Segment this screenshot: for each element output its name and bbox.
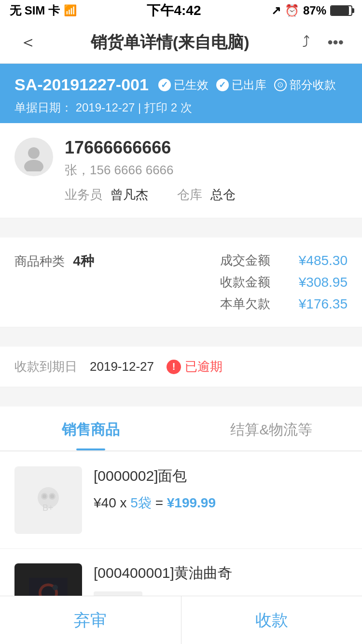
avatar <box>14 138 53 176</box>
qty-1: 5袋 <box>130 495 152 510</box>
list-item: B+ [0000002]面包 ¥40 x 5袋 = ¥199.99 <box>0 452 362 549</box>
warehouse-value: 总仓 <box>210 187 236 202</box>
tab-sales-label: 销售商品 <box>62 421 120 437</box>
page-title: 销货单详情(来自电脑) <box>91 31 250 54</box>
received-label: 收款金额 <box>220 274 270 291</box>
alarm-icon: ⏰ <box>285 4 299 17</box>
due-label: 收款到期日 <box>14 358 77 375</box>
abandon-button[interactable]: 弃审 <box>0 596 181 644</box>
received-amount-row: 收款金额 ¥308.95 <box>220 274 348 291</box>
bottom-bar: 弃审 收款 <box>0 596 362 644</box>
due-date: 2019-12-27 <box>90 359 154 374</box>
check-icon-1: ✓ <box>158 79 171 91</box>
status-bar: 无 SIM 卡 📶 下午4:42 ↗ ⏰ 87% <box>0 0 362 21</box>
carrier-label: 无 SIM 卡 <box>10 3 60 18</box>
sales-info: 业务员 曾凡杰 <box>65 186 148 203</box>
order-date-info: 单据日期： 2019-12-27 | 打印 2 次 <box>14 100 348 115</box>
badge-shipped-label: 已出库 <box>232 77 266 93</box>
wifi-icon: 📶 <box>64 4 77 17</box>
badge-shipped: ✓ 已出库 <box>216 77 266 93</box>
badge-partial: ⊙ 部分收款 <box>274 77 336 93</box>
location-icon: ↗ <box>271 4 281 17</box>
tab-sales-products[interactable]: 销售商品 <box>0 406 181 450</box>
divider-3 <box>0 387 362 397</box>
nav-bar: ＜ 销货单详情(来自电脑) ⤴ ••• <box>0 21 362 64</box>
order-header-banner: SA-20191227-001 ✓ 已生效 ✓ 已出库 ⊙ 部分收款 单据日期：… <box>0 64 362 123</box>
received-value: ¥308.95 <box>280 275 348 290</box>
more-icon[interactable]: ••• <box>323 29 348 55</box>
status-left: 无 SIM 卡 📶 <box>10 3 77 18</box>
sales-label: 业务员 <box>65 187 102 202</box>
status-badges: ✓ 已生效 ✓ 已出库 ⊙ 部分收款 <box>158 77 336 93</box>
owed-amount-row: 本单欠款 ¥176.35 <box>220 295 348 312</box>
owed-label: 本单欠款 <box>220 295 270 312</box>
abandon-label: 弃审 <box>74 609 107 631</box>
svg-point-5 <box>42 494 46 498</box>
kind-label: 商品种类 <box>14 254 65 268</box>
warehouse-info: 仓库 总仓 <box>177 186 236 203</box>
summary-section: 商品种类 4种 成交金额 ¥485.30 收款金额 ¥308.95 本单欠款 ¥… <box>0 238 362 327</box>
overdue-icon: ! <box>167 360 181 374</box>
battery-icon <box>330 5 352 16</box>
warehouse-label: 仓库 <box>177 187 202 202</box>
badge-partial-label: 部分收款 <box>290 77 336 93</box>
summary-right: 成交金额 ¥485.30 收款金额 ¥308.95 本单欠款 ¥176.35 <box>220 252 348 312</box>
deal-amount-label: 成交金额 <box>220 252 270 269</box>
tabs-section: 销售商品 结算&物流等 <box>0 406 362 451</box>
svg-point-6 <box>50 494 54 498</box>
deal-amount-value: ¥485.30 <box>280 253 348 268</box>
overdue-text: 已逾期 <box>185 358 223 375</box>
owed-value: ¥176.35 <box>280 296 348 312</box>
price-base-1: ¥40 <box>94 495 116 510</box>
product-name-2: [000400001]黄油曲奇 <box>94 563 348 583</box>
status-right: ↗ ⏰ 87% <box>271 4 352 17</box>
order-id: SA-20191227-001 <box>14 75 149 94</box>
deal-amount-row: 成交金额 ¥485.30 <box>220 252 348 269</box>
collect-button[interactable]: 收款 <box>181 596 362 644</box>
svg-point-1 <box>24 160 43 171</box>
badge-activated-label: 已生效 <box>174 77 209 93</box>
nav-actions: ⤴ ••• <box>298 29 348 55</box>
print-info: | 打印 2 次 <box>138 101 192 114</box>
back-button[interactable]: ＜ <box>14 26 42 59</box>
check-icon-2: ✓ <box>216 79 229 91</box>
product-info-1: [0000002]面包 ¥40 x 5袋 = ¥199.99 <box>94 466 348 512</box>
due-section: 收款到期日 2019-12-27 ! 已逾期 <box>0 347 362 387</box>
divider-1 <box>0 218 362 228</box>
divider-2 <box>0 327 362 337</box>
svg-text:B+: B+ <box>42 503 54 513</box>
product-name-1: [0000002]面包 <box>94 466 348 486</box>
summary-left: 商品种类 4种 <box>14 252 94 270</box>
status-time: 下午4:42 <box>147 1 201 20</box>
tab-settlement[interactable]: 结算&物流等 <box>181 406 362 450</box>
svg-point-0 <box>28 147 40 159</box>
order-date: 2019-12-27 <box>76 101 135 114</box>
customer-contact: 张，156 6666 6666 <box>65 162 348 179</box>
tab-settlement-label: 结算&物流等 <box>230 421 312 437</box>
customer-info: 17666666666 张，156 6666 6666 业务员 曾凡杰 仓库 总… <box>65 138 348 203</box>
customer-meta: 业务员 曾凡杰 仓库 总仓 <box>65 186 348 203</box>
svg-point-13 <box>53 585 58 590</box>
total-1: ¥199.99 <box>167 495 216 510</box>
date-label: 单据日期： <box>14 101 72 114</box>
kind-count: 4种 <box>73 253 94 268</box>
product-thumbnail-1: B+ <box>14 466 82 534</box>
collect-label: 收款 <box>255 609 288 631</box>
overdue-badge: ! 已逾期 <box>167 358 223 375</box>
sales-value: 曾凡杰 <box>111 187 148 202</box>
banner-top: SA-20191227-001 ✓ 已生效 ✓ 已出库 ⊙ 部分收款 <box>14 75 348 94</box>
battery-label: 87% <box>303 4 326 17</box>
share-icon[interactable]: ⤴ <box>298 29 314 55</box>
clock-icon: ⊙ <box>274 79 287 91</box>
product-price-1: ¥40 x 5袋 = ¥199.99 <box>94 494 348 512</box>
badge-activated: ✓ 已生效 <box>158 77 209 93</box>
customer-section: 17666666666 张，156 6666 6666 业务员 曾凡杰 仓库 总… <box>0 123 362 218</box>
customer-phone: 17666666666 <box>65 138 348 158</box>
